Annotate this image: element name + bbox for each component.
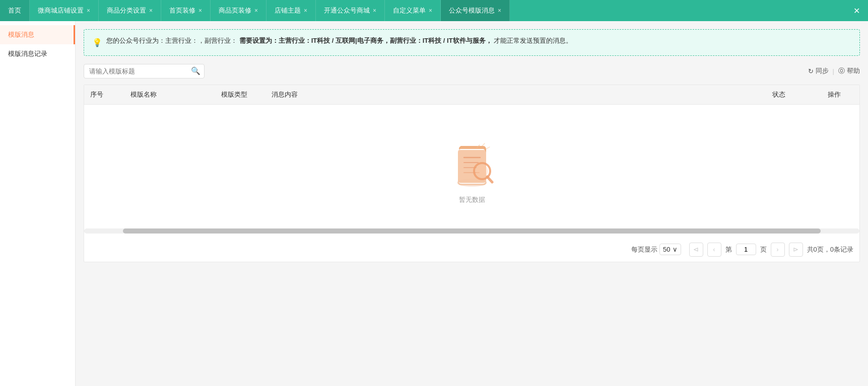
sync-label: 同步	[816, 66, 829, 75]
nav-tab-home-decor-label: 首页装修	[169, 6, 195, 15]
nav-tab-product-decor-close[interactable]: ×	[254, 7, 258, 14]
nav-tab-theme-label: 店铺主题	[275, 6, 301, 15]
page-prefix-label: 第	[725, 245, 732, 254]
nav-tab-theme[interactable]: 店铺主题 ×	[266, 0, 316, 21]
notice-suffix: 才能正常发送预置的消息。	[494, 37, 572, 44]
top-navigation: 首页 微商城店铺设置 × 商品分类设置 × 首页装修 × 商品页装修 × 店铺主…	[0, 0, 868, 21]
nav-tab-store-settings-close[interactable]: ×	[87, 7, 90, 14]
page-suffix-label: 页	[760, 245, 767, 254]
help-label: 帮助	[847, 66, 860, 75]
horizontal-scrollbar[interactable]	[84, 228, 859, 234]
notice-box: 💡 您的公众号行业为：主营行业：，副营行业： 需要设置为：主营行业：IT科技 /…	[84, 29, 860, 56]
notice-prefix: 您的公众号行业为：主营行业：，副营行业：	[106, 37, 237, 44]
search-actions: ↻ 同步 | ⓪ 帮助	[808, 66, 860, 75]
nav-tab-template-msg[interactable]: 公众号模版消息 ×	[441, 0, 510, 21]
prev-page-button[interactable]: ‹	[707, 243, 721, 257]
page-size-select[interactable]: 50 ∨	[659, 244, 681, 255]
main-layout: 模版消息 模版消息记录 💡 您的公众号行业为：主营行业：，副营行业： 需要设置为…	[0, 21, 868, 386]
nav-tab-home-decor-close[interactable]: ×	[198, 7, 202, 14]
first-page-button[interactable]: ⊲	[689, 243, 703, 257]
th-type: 模版类型	[215, 85, 265, 104]
nav-tab-template-msg-label: 公众号模版消息	[449, 6, 495, 15]
nav-tab-store-settings-label: 微商城店铺设置	[38, 6, 84, 15]
close-all-tabs-button[interactable]: ✕	[845, 6, 868, 16]
svg-point-6	[476, 165, 488, 177]
page-size-label: 每页显示	[631, 245, 657, 254]
page-size-value: 50	[663, 246, 670, 253]
th-action: 操作	[809, 85, 859, 104]
next-page-button[interactable]: ›	[771, 243, 785, 257]
notice-text: 您的公众号行业为：主营行业：，副营行业： 需要设置为：主营行业：IT科技 / 互…	[106, 36, 572, 46]
search-icon[interactable]: 🔍	[191, 66, 201, 75]
svg-line-9	[482, 143, 485, 146]
notice-highlight: 需要设置为：主营行业：IT科技 / 互联网|电子商务，副营行业：IT科技 / I…	[239, 37, 492, 44]
pagination: 每页显示 50 ∨ ⊲ ‹ 第 页 › ⊳ 共0页，0条记录	[84, 238, 859, 262]
search-input[interactable]	[84, 64, 205, 79]
help-icon: ⓪	[838, 66, 845, 75]
pagination-total: 共0页，0条记录	[807, 245, 853, 254]
nav-tab-custom-menu-close[interactable]: ×	[429, 7, 432, 14]
nav-tab-theme-close[interactable]: ×	[304, 7, 307, 14]
nav-tab-category-label: 商品分类设置	[107, 6, 146, 15]
sidebar: 模版消息 模版消息记录	[0, 21, 76, 386]
nav-tab-home[interactable]: 首页	[0, 0, 30, 21]
nav-tab-product-decor-label: 商品页装修	[219, 6, 251, 15]
nav-tab-category[interactable]: 商品分类设置 ×	[99, 0, 161, 21]
chevron-down-icon: ∨	[673, 246, 678, 253]
sidebar-item-template-msg-label: 模版消息	[8, 31, 34, 38]
nav-tab-custom-menu[interactable]: 自定义菜单 ×	[385, 0, 441, 21]
nav-tab-home-label: 首页	[8, 6, 21, 15]
empty-text: 暂无数据	[459, 195, 485, 204]
svg-line-10	[486, 147, 490, 149]
page-number-input[interactable]	[736, 244, 756, 255]
actions-divider: |	[833, 67, 834, 75]
search-input-wrap: 🔍	[84, 64, 205, 79]
empty-state: 暂无数据	[84, 105, 859, 224]
nav-tab-product-decor[interactable]: 商品页装修 ×	[211, 0, 266, 21]
sidebar-item-template-msg-records[interactable]: 模版消息记录	[0, 44, 75, 63]
search-bar: 🔍 ↻ 同步 | ⓪ 帮助	[84, 64, 860, 79]
data-table: 序号 模版名称 模版类型 消息内容 状态 操作	[84, 85, 860, 262]
nav-tab-open-wechat-label: 开通公众号商城	[324, 6, 370, 15]
nav-tab-open-wechat-close[interactable]: ×	[373, 7, 376, 14]
nav-tab-category-close[interactable]: ×	[149, 7, 153, 14]
page-size-control: 每页显示 50 ∨	[631, 244, 681, 255]
th-name: 模版名称	[124, 85, 215, 104]
th-status: 状态	[749, 85, 809, 104]
th-seq: 序号	[84, 85, 124, 104]
help-button[interactable]: ⓪ 帮助	[838, 66, 860, 75]
nav-tab-custom-menu-label: 自定义菜单	[393, 6, 426, 15]
scrollbar-thumb	[123, 228, 821, 234]
nav-tab-home-decor[interactable]: 首页装修 ×	[161, 0, 211, 21]
nav-tab-open-wechat[interactable]: 开通公众号商城 ×	[316, 0, 385, 21]
sync-icon: ↻	[808, 67, 814, 75]
sidebar-item-template-msg[interactable]: 模版消息	[0, 25, 75, 44]
content-area: 💡 您的公众号行业为：主营行业：，副营行业： 需要设置为：主营行业：IT科技 /…	[76, 21, 868, 386]
table-header: 序号 模版名称 模版类型 消息内容 状态 操作	[84, 85, 859, 105]
nav-tab-store-settings[interactable]: 微商城店铺设置 ×	[30, 0, 99, 21]
last-page-button[interactable]: ⊳	[789, 243, 803, 257]
nav-tab-template-msg-close[interactable]: ×	[498, 7, 501, 14]
empty-illustration	[442, 135, 502, 195]
sync-button[interactable]: ↻ 同步	[808, 66, 829, 75]
th-content: 消息内容	[265, 85, 749, 104]
sidebar-item-template-msg-records-label: 模版消息记录	[8, 50, 47, 57]
notice-icon: 💡	[92, 36, 102, 49]
svg-line-7	[487, 177, 492, 182]
